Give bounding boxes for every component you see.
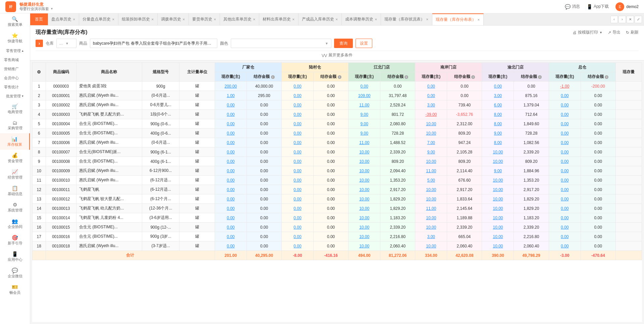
th-g4-amt: 结存金额 i <box>447 72 482 82</box>
th-group-total: 总仓 <box>549 63 615 72</box>
message-btn[interactable]: 💬 消息 <box>565 4 580 9</box>
sidebar-item-finance[interactable]: 💰 资金管理 <box>0 150 30 166</box>
warehouse-dots: ... <box>59 41 63 46</box>
sidebar-item-ecommerce[interactable]: 🛒 电商管理 <box>0 101 30 117</box>
th-g2-qty: 现存量(主) <box>282 72 314 82</box>
tab-expand-btn[interactable]: ⤢ <box>635 16 642 23</box>
table-row: 900100008合生元 (BIOSTIME)...400g (6-1...罐0… <box>33 157 642 166</box>
product-label: 商品 <box>79 41 87 46</box>
sidebar-item-retail[interactable]: 零售管理 ▲ <box>0 46 30 55</box>
th-g1-qty: 现存量(主) <box>215 72 247 82</box>
tab-home[interactable]: 首页 <box>30 13 48 26</box>
logo-icon: 好 <box>5 1 16 12</box>
sidebar-item-ops[interactable]: 📈 经营管理 <box>0 166 30 183</box>
tab-inventory-check[interactable]: 盘点单历史 ✕ <box>48 13 79 26</box>
product-input[interactable]: babycare孕妇待产包 春季入院全套母子组合孕妇产后冬季月子用品 22件套 … <box>90 39 217 48</box>
sidebar-item-enterprise[interactable]: 👥 企业协同 <box>0 216 30 232</box>
purchase-icon: 🗂 <box>1 120 29 126</box>
tab-prev-btn[interactable]: ‹ <box>610 16 618 23</box>
page-header: 现存量查询(库存分布) 🖨 按模版打印 ▼ ↗ 导出 ↻ 刷新 <box>30 26 644 60</box>
sidebar-item-purchase[interactable]: 🗂 采购管理 <box>0 117 30 133</box>
filter-bar: › 仓库 ... ▼ 商品 babycare孕妇待产包 春季入院全套母子组合孕妇… <box>36 39 639 51</box>
tab-next-btn[interactable]: › <box>619 16 626 23</box>
tab-requisition[interactable]: 要货单历史 ✕ <box>189 13 220 26</box>
warehouse-select[interactable]: ... ▼ <box>56 39 76 48</box>
print-btn[interactable]: 🖨 按模版打印 ▼ <box>573 30 602 35</box>
color-select[interactable]: ▼ <box>231 39 331 48</box>
close-icon[interactable]: ✕ <box>426 18 429 21</box>
expand-condition-row[interactable]: ⋁⋁ 展开更多条件 <box>36 51 639 60</box>
sidebar-item-search[interactable]: 🔍 搜索英单 <box>0 13 30 30</box>
changhui-icon: 🎫 <box>1 284 29 290</box>
warehouse-label: 仓库 <box>46 41 54 46</box>
sidebar-item-weixin[interactable]: 💬 企业微信 <box>0 265 30 281</box>
sidebar-item-quicknav[interactable]: ⭐ 快捷导航 <box>0 30 30 46</box>
th-total-qty: 现存量(主) <box>549 72 581 82</box>
tab-other-outstock[interactable]: 其他出库单历史 ✕ <box>220 13 259 26</box>
refresh-btn[interactable]: ↻ 刷新 <box>626 30 639 35</box>
sidebar-item-retail-stats[interactable]: 零售统计 <box>0 83 30 92</box>
table-row: 1100100010惠氏启赋 (Wyeth illu...(6-12月适...罐… <box>33 176 642 185</box>
th-g3-amt: 结存金额 i <box>380 72 415 82</box>
table-row: 700100006惠氏启赋 (Wyeth illu...(0-6月适...罐0.… <box>33 138 642 147</box>
close-icon[interactable]: ✕ <box>73 18 75 21</box>
sidebar-item-marketing[interactable]: 营销推广 <box>0 64 30 74</box>
enterprise-icon: 👥 <box>1 218 29 224</box>
export-btn[interactable]: ↗ 导出 <box>608 30 621 35</box>
close-icon[interactable]: ✕ <box>335 18 338 21</box>
close-icon[interactable]: ✕ <box>292 18 295 21</box>
close-icon[interactable]: ✕ <box>182 18 185 21</box>
th-g5-amt: 结存金额 i <box>514 72 549 82</box>
th-settings[interactable]: ⚙ <box>33 63 46 82</box>
tab-transfer[interactable]: 调拨单历史 ✕ <box>158 13 189 26</box>
sidebar-item-appcenter[interactable]: 📱 应用中心 <box>0 248 30 265</box>
table-row: 1800100018惠氏启赋 (Wyeth illu...(3-7岁适...罐0… <box>33 241 642 251</box>
chevron-down-icon[interactable]: ▼ <box>50 7 53 11</box>
th-unit: 主计量单位 <box>179 63 215 82</box>
close-icon[interactable]: ✕ <box>112 18 115 21</box>
close-icon[interactable]: ✕ <box>375 18 377 21</box>
sidebar-item-sysadmin[interactable]: ⚙ 系统管理 <box>0 199 30 216</box>
table-row: 1500100014飞鹤星飞帆 儿童奶粉 4...(3-6岁适用...罐0.00… <box>33 213 642 223</box>
username: demo2 <box>626 4 639 9</box>
setting-btn[interactable]: 设置 <box>356 39 372 48</box>
message-icon: 💬 <box>565 4 571 9</box>
th-total-amt: 结存金额 i <box>581 72 615 82</box>
th-group-jiangbei: 江北门店 <box>348 63 415 72</box>
tab-material-out[interactable]: 材料出库单历史 ✕ <box>259 13 299 26</box>
table-row: 300100002惠氏启赋 (Wyeth illu...0-6月婴儿...罐0.… <box>33 100 642 110</box>
close-icon[interactable]: ✕ <box>253 18 256 21</box>
sidebar-item-inventory[interactable]: 📊 库存核算 <box>0 133 30 150</box>
expand-chevron-icon: ⋁⋁ <box>322 53 327 57</box>
print-icon: 🖨 <box>573 30 577 35</box>
close-icon[interactable]: ✕ <box>151 18 154 21</box>
sidebar-item-member[interactable]: 会员中心 <box>0 74 30 83</box>
user-avatar[interactable]: E demo2 <box>615 2 639 11</box>
tab-finished-in[interactable]: 产成品入库单历史 ✕ <box>299 13 342 26</box>
tab-assemble[interactable]: 组装拆卸单历史 ✕ <box>118 13 158 26</box>
th-name: 商品名称 <box>76 63 142 82</box>
app-download-btn[interactable]: 📱 App下载 <box>587 4 609 9</box>
sidebar-item-basic[interactable]: 📋 基础信息 <box>0 183 30 199</box>
data-table: ⚙ 商品编码 商品名称 规格型号 主计量单位 厂家仓 陆村仓 江北门店 南岸门店… <box>32 62 642 260</box>
sidebar-item-wholesale[interactable]: 批发管理 ▼ <box>0 92 30 101</box>
weixin-icon: 💬 <box>1 268 29 274</box>
filter-expand-btn[interactable]: › <box>36 40 43 47</box>
close-icon[interactable]: ✕ <box>477 18 480 21</box>
th-spec: 规格型号 <box>142 63 179 82</box>
topbar: 好 畅捷通好生意 母婴行业演示陈套 ▼ 💬 消息 📱 App下载 E demo2 <box>0 0 644 13</box>
sidebar-item-mall[interactable]: 零售商城 <box>0 55 30 64</box>
logo-text: 畅捷通好生意 母婴行业演示陈套 ▼ <box>19 2 53 11</box>
tab-sub-inventory[interactable]: 分量盘点单历史 ✕ <box>79 13 118 26</box>
tab-close-all-btn[interactable]: ✕ <box>627 16 634 23</box>
th-group-factory: 厂家仓 <box>215 63 281 72</box>
close-icon[interactable]: ✕ <box>214 18 216 21</box>
sidebar-item-changhui[interactable]: 🎫 畅会员 <box>0 281 30 298</box>
tab-cost-adj[interactable]: 成本调整单历史 ✕ <box>342 13 381 26</box>
tab-stock-dist[interactable]: 现存量（库存分布表） ✕ <box>432 13 484 26</box>
query-btn[interactable]: 查询 <box>334 39 353 48</box>
table-row: 1400100013飞鹤星飞帆 幼儿配方奶...(12-36个月...罐0.00… <box>33 204 642 213</box>
table-row: 500100004合生元 (BIOSTIME)...900g (0-6...罐0… <box>33 119 642 129</box>
sidebar-item-guide[interactable]: 🎯 新手引导 <box>0 232 30 248</box>
tab-stock-status[interactable]: 现存量（库存状况表） ✕ <box>381 13 432 26</box>
